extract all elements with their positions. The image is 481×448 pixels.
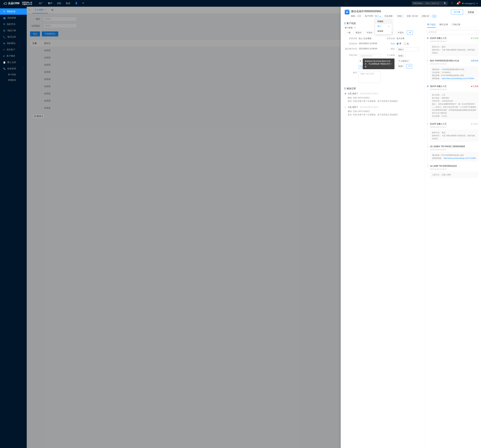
info-friend-source: 名片分享: [397, 37, 405, 40]
gender-male-radio[interactable]: 男: [397, 42, 401, 45]
customer-detail-panel: ■ 微信名称6789990000966 昵称：小王 | 客户经理：张三 ▴ | …: [341, 7, 481, 448]
activity-filter-select[interactable]: 全部动态⌄: [427, 30, 478, 34]
timeline-dot-icon: [427, 123, 428, 124]
sidebar-item-churn[interactable]: ↩流失客户: [0, 46, 27, 53]
nav-data[interactable]: 数据: [66, 2, 70, 5]
timeline-dot-icon: [345, 93, 346, 94]
customer-tag[interactable]: 中意向: [365, 31, 375, 35]
tags-more-button[interactable]: +4: [407, 31, 413, 35]
remark-input[interactable]: 请输入备注内容: [359, 71, 380, 83]
dropdown-option[interactable]: 张三✓: [375, 24, 392, 29]
phone-lookup-icon[interactable]: ⊞: [359, 59, 362, 63]
timeline-dot-icon: [427, 85, 428, 87]
course-link[interactable]: http://www.yunduoketang.com/?123456: [443, 157, 476, 159]
status-badge: 已取消: [471, 123, 478, 125]
status-badge: 已完成: [471, 37, 478, 39]
cart-icon: 🛒: [3, 29, 6, 32]
sidebar-item-orders[interactable]: 🛒我的订单: [0, 27, 27, 34]
dropdown-option[interactable]: 俱保咏: [375, 29, 392, 34]
timeline-card: 跟单方式： 电话跟单内容： 只是了解在线教育方面的信息，暂时无购买意向。: [430, 44, 478, 56]
nav-qc[interactable]: 质检: [57, 2, 61, 5]
sidebar-sub-customer-tags[interactable]: 客户标签: [0, 72, 27, 77]
modlog-head: 小王 更新了2021/01/30 01:38:27: [348, 92, 420, 95]
chevron-up-icon: ▴: [380, 15, 381, 17]
personal-tags-more-button[interactable]: +4: [406, 64, 412, 68]
view-detail-link[interactable]: 查看详情: [471, 60, 478, 62]
top-nav: 推广 客户 质检 数据 👤 ✆: [39, 2, 84, 5]
info-add-time: 2021/09/10 12:00:00: [359, 42, 377, 45]
groups-more-button[interactable]: +4: [432, 15, 436, 17]
right-tabs: 客户动态 聊天记录 订单记录: [427, 22, 478, 28]
place-order-button[interactable]: 代下单: [451, 10, 463, 15]
mgr-dropdown: 师馨薇 张三✓ 俱保咏: [375, 18, 392, 34]
personal-tag[interactable]: 标签1: [397, 64, 405, 68]
group-chip[interactable]: 群聊一群大群: [406, 15, 419, 18]
timeline-time: 2021/01/30 01:38:27: [430, 63, 478, 65]
timeline-title: 加入群聊 759-59班理财训练营: [430, 165, 457, 168]
sidebar-item-calllog[interactable]: 📞电话记录: [0, 34, 27, 40]
timeline-title: 进入直播间 759-59班第三期理财直播课: [430, 145, 465, 148]
tab-order-log[interactable]: 订单记录: [452, 22, 460, 28]
logo: 云朵CRM 教育机构一站式服务云平台: [3, 1, 32, 5]
sidebar-item-students[interactable]: ⚗我的学员: [0, 21, 27, 27]
phone-icon: 📞: [3, 36, 6, 38]
modlog-content: 微信: 空值-13672182821备注: 空值-给客户发了正课链接，客户说等发…: [348, 110, 420, 116]
gender-female-radio[interactable]: 女: [404, 42, 409, 45]
chevron-up-icon: ⌃: [22, 68, 24, 70]
timeline-title: 定金单 创建人小王: [430, 37, 447, 40]
chevron-down-icon: ⌄: [475, 31, 477, 33]
timeline-card: 客户经理： 小王客户姓名： 唔吃唔吃手机号码： 19833528160 备注： …: [430, 92, 478, 119]
sidebar-item-groups[interactable]: 👥我的群聊: [0, 15, 27, 21]
sidebar-item-tag-mgmt[interactable]: 🔧标签管理⌃: [0, 66, 27, 72]
personal-tag[interactable]: 个人标签12: [397, 59, 410, 63]
edit-tags-icon[interactable]: ✎: [354, 27, 356, 29]
wechat-input[interactable]: [397, 47, 418, 52]
personal-tag[interactable]: 标签1: [397, 54, 405, 58]
sidebar-item-goods[interactable]: 🛍我的商品: [0, 40, 27, 46]
timeline-card: 入群方式： 扫描二维码: [430, 171, 478, 178]
deposit-button[interactable]: 交定金: [465, 10, 477, 15]
sidebar-sub-group-tags[interactable]: 群聊标签: [0, 77, 27, 83]
course-link[interactable]: http://www.yunduoketang.com/?123456: [442, 77, 474, 79]
sidebar-item-friends[interactable]: ⏱我的好友: [0, 8, 27, 15]
nav-user-icon[interactable]: 👤: [75, 2, 78, 5]
bell-icon[interactable]: 🔔5: [457, 2, 459, 5]
user-menu[interactable]: manager11 ▾: [462, 2, 478, 5]
customer-tag[interactable]: 中意向: [396, 31, 406, 35]
panel-title: 微信名称6789990000966: [351, 10, 451, 13]
wrench-icon: 🔧: [3, 68, 6, 70]
customer-tag[interactable]: 高意向: [354, 31, 363, 35]
customer-tag[interactable]: 一般: [345, 31, 352, 35]
main-content: ≡ 个人活码✕ 我 项目 请选择 运营期次 请选择 导出 不加密导出 头像: [27, 7, 481, 448]
tab-chat-log[interactable]: 聊天记录: [439, 22, 448, 28]
timeline-time: 2020/01/30 01:38:27: [430, 126, 478, 128]
inherit-icon: ⇄: [3, 55, 5, 57]
section-modlog: 修改记录: [345, 87, 420, 90]
sidebar-item-inherit[interactable]: ⇄客户继承: [0, 53, 27, 59]
modlog-head: 小王 更新了2021/01/30 01:38:27: [348, 106, 420, 109]
list-icon: 📋: [3, 61, 6, 64]
timeline-time: 2020/01/30 01:38:27: [430, 88, 478, 90]
nav-phone-icon[interactable]: ✆: [82, 2, 84, 5]
timeline-dot-icon: [427, 38, 428, 39]
mgr-select[interactable]: 张三 ▴: [375, 15, 381, 17]
nav-customer[interactable]: 客户: [48, 2, 52, 5]
group-chip[interactable]: 群聊六群: [421, 15, 430, 18]
tab-customer-activity[interactable]: 客户动态: [427, 22, 436, 28]
mobile-icon[interactable]: 📱: [451, 2, 453, 5]
sidebar: ⏱我的好友 👥我的群聊 ⚗我的学员 🛒我的订单 📞电话记录 🛍我的商品 ↩流失客…: [0, 7, 27, 448]
timeline-card: 课程名称： 4399理财课进阶课程大礼包已付款项： 2218989元通过群聊 【…: [430, 66, 478, 82]
dropdown-option[interactable]: 师馨薇: [375, 19, 392, 24]
group-chip[interactable]: 群聊三: [396, 15, 404, 18]
top-header: 云朵CRM 教育机构一站式服务云平台 推广 客户 质检 数据 👤 ✆ 手机号码 …: [0, 0, 481, 7]
search-input[interactable]: [424, 2, 443, 5]
search-type-select[interactable]: 手机号码 ▾: [412, 2, 424, 5]
timeline-card: 通过群聊 【759-59班理财训练营】购买直播间链接： http://www.y…: [430, 152, 478, 161]
chevron-down-icon: ▾: [476, 2, 478, 5]
nav-promote[interactable]: 推广: [39, 2, 43, 5]
sidebar-item-delete-log[interactable]: 📋删人记录: [0, 59, 27, 66]
phone-input[interactable]: [359, 54, 380, 58]
search-icon[interactable]: 🔍: [443, 2, 448, 5]
status-dot-icon: [462, 3, 464, 4]
clock-icon: ⏱: [3, 10, 5, 13]
